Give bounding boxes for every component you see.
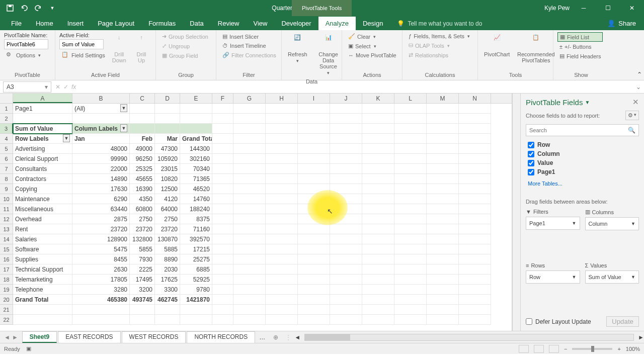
view-layout-icon[interactable] bbox=[534, 345, 544, 353]
cell[interactable] bbox=[298, 194, 330, 204]
select-button[interactable]: ▣Select▾ bbox=[346, 42, 398, 50]
cell[interactable]: 23720 bbox=[130, 224, 155, 234]
cell[interactable] bbox=[212, 134, 233, 144]
cell[interactable] bbox=[155, 104, 180, 114]
cell[interactable] bbox=[394, 264, 427, 275]
cell[interactable] bbox=[330, 134, 362, 144]
cell[interactable] bbox=[427, 124, 459, 134]
cell[interactable]: 2630 bbox=[72, 264, 130, 275]
cell[interactable] bbox=[459, 214, 491, 224]
cell[interactable] bbox=[130, 305, 155, 315]
cell[interactable]: 17630 bbox=[72, 184, 130, 194]
zoom-level[interactable]: 100% bbox=[626, 346, 640, 352]
hscroll-left-icon[interactable]: ◄ bbox=[294, 334, 300, 341]
cell[interactable] bbox=[298, 254, 330, 264]
share-button[interactable]: 👤Share bbox=[599, 17, 644, 30]
cell[interactable] bbox=[266, 164, 298, 174]
cell[interactable] bbox=[155, 315, 180, 325]
row-header-12[interactable]: 12 bbox=[0, 214, 13, 224]
measure-cell[interactable]: Sum of Value bbox=[13, 124, 72, 134]
cell[interactable] bbox=[394, 114, 427, 124]
cell[interactable] bbox=[459, 124, 491, 134]
cell[interactable]: 144300 bbox=[180, 144, 212, 154]
cell[interactable] bbox=[233, 204, 266, 214]
clear-button[interactable]: 🧹Clear▾ bbox=[346, 32, 398, 41]
row-label[interactable]: Telemarketing bbox=[13, 275, 72, 285]
plusminus-buttons-button[interactable]: ±+/- Buttons bbox=[557, 43, 603, 51]
cell[interactable]: 128900 bbox=[72, 234, 130, 244]
cell[interactable] bbox=[298, 275, 330, 285]
cell[interactable] bbox=[394, 124, 427, 134]
cell[interactable] bbox=[394, 214, 427, 224]
cell[interactable] bbox=[298, 124, 330, 134]
cell[interactable] bbox=[330, 305, 362, 315]
cell[interactable] bbox=[394, 275, 427, 285]
cell[interactable] bbox=[212, 204, 233, 214]
row-header-5[interactable]: 5 bbox=[0, 144, 13, 154]
cell[interactable] bbox=[212, 174, 233, 184]
cell[interactable]: 47300 bbox=[155, 144, 180, 154]
cell[interactable] bbox=[394, 315, 427, 325]
field-page1[interactable]: Page1 bbox=[526, 167, 639, 176]
cell[interactable]: 8890 bbox=[155, 254, 180, 264]
cell[interactable] bbox=[330, 224, 362, 234]
cell[interactable] bbox=[394, 244, 427, 254]
page-filter-value[interactable]: (All)▼ bbox=[72, 104, 130, 114]
cell[interactable] bbox=[212, 295, 233, 305]
tab-review[interactable]: Review bbox=[211, 17, 247, 30]
row-label[interactable]: Miscellaneous bbox=[13, 204, 72, 214]
formula-bar-input[interactable] bbox=[80, 81, 636, 93]
cell[interactable]: 7930 bbox=[130, 254, 155, 264]
cell[interactable] bbox=[394, 104, 427, 114]
cell[interactable]: 3280 bbox=[72, 285, 130, 295]
row-header-7[interactable]: 7 bbox=[0, 164, 13, 174]
cell[interactable] bbox=[266, 224, 298, 234]
cell[interactable] bbox=[233, 234, 266, 244]
cell[interactable] bbox=[212, 144, 233, 154]
row-label[interactable]: Salaries bbox=[13, 234, 72, 244]
cell[interactable] bbox=[212, 224, 233, 234]
view-pagebreak-icon[interactable] bbox=[549, 345, 559, 353]
cell[interactable] bbox=[266, 214, 298, 224]
cell[interactable] bbox=[212, 264, 233, 275]
cell[interactable] bbox=[266, 275, 298, 285]
cell[interactable] bbox=[362, 144, 394, 154]
cell[interactable] bbox=[298, 234, 330, 244]
cell[interactable] bbox=[330, 295, 362, 305]
cell[interactable] bbox=[459, 254, 491, 264]
cell[interactable] bbox=[330, 315, 362, 325]
cell[interactable]: 188240 bbox=[180, 204, 212, 214]
col-header-L[interactable]: L bbox=[394, 94, 427, 103]
cell[interactable] bbox=[330, 204, 362, 214]
tab-page-layout[interactable]: Page Layout bbox=[91, 17, 141, 30]
cell[interactable]: Jan bbox=[72, 134, 130, 144]
cell[interactable]: Feb bbox=[130, 134, 155, 144]
collapse-ribbon-icon[interactable]: ⌃ bbox=[637, 71, 642, 78]
sheet-tab-west-records[interactable]: WEST RECORDS bbox=[122, 331, 186, 343]
cell[interactable] bbox=[212, 214, 233, 224]
cell[interactable] bbox=[212, 315, 233, 325]
col-header-H[interactable]: H bbox=[266, 94, 298, 103]
cell[interactable]: 5885 bbox=[155, 244, 180, 254]
row-header-13[interactable]: 13 bbox=[0, 224, 13, 234]
zoom-slider[interactable] bbox=[572, 348, 612, 350]
user-name[interactable]: Kyle Pew bbox=[544, 5, 570, 12]
cell[interactable]: 462745 bbox=[155, 295, 180, 305]
cell[interactable]: 2750 bbox=[130, 214, 155, 224]
tab-design[interactable]: Design bbox=[356, 17, 390, 30]
fieldpane-search-input[interactable] bbox=[529, 127, 628, 133]
cell[interactable] bbox=[298, 154, 330, 164]
row-label[interactable]: Consultants bbox=[13, 164, 72, 174]
cell[interactable]: 2875 bbox=[72, 214, 130, 224]
cell[interactable]: 8455 bbox=[72, 254, 130, 264]
cell[interactable] bbox=[180, 124, 212, 134]
cell[interactable] bbox=[394, 164, 427, 174]
cell[interactable] bbox=[180, 104, 212, 114]
row-header-20[interactable]: 20 bbox=[0, 295, 13, 305]
cell[interactable] bbox=[212, 244, 233, 254]
cell[interactable]: 71160 bbox=[180, 224, 212, 234]
minimize-button[interactable]: ─ bbox=[574, 0, 594, 16]
cell[interactable] bbox=[459, 275, 491, 285]
macro-record-icon[interactable]: ▣ bbox=[26, 345, 31, 352]
cell[interactable] bbox=[330, 114, 362, 124]
